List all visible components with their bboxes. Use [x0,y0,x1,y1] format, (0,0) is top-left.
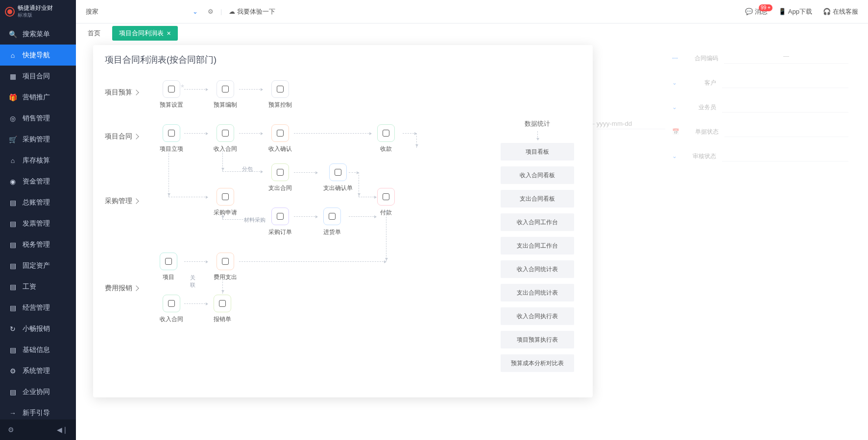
close-icon[interactable]: ✕ [167,30,171,36]
node-budget-set[interactable]: 预算设置 [160,80,183,109]
nav-icon: ▤ [9,220,17,228]
brand: 畅捷通好业财 标准版 [0,0,76,23]
node-expense-out[interactable]: 费用支出 [214,253,237,281]
nav-item-16[interactable]: ⚙系统管理 [0,360,76,381]
node-project[interactable]: 项目 [160,253,177,281]
nav-item-4[interactable]: ◎销售管理 [0,108,76,129]
brand-name: 畅捷通好业财 [18,5,53,11]
flow-arrow [416,133,417,148]
stats-column: 数据统计 项目看板收入合同看板支出合同看板收入合同工作台支出合同工作台收入合同统… [501,119,574,378]
stat-button-6[interactable]: 支出合同统计表 [501,284,574,301]
flow-arrow [169,197,208,197]
nav-icon: ▤ [9,241,17,249]
stat-button-0[interactable]: 项目看板 [501,143,574,161]
stat-button-3[interactable]: 收入合同工作台 [501,213,574,231]
stat-button-8[interactable]: 项目预算执行表 [501,331,574,348]
section-contract[interactable]: 项目合同 [105,132,138,141]
node-budget-ctrl[interactable]: 预算控制 [268,80,292,109]
nav-icon: ↻ [9,325,17,333]
node-income-ct2[interactable]: 收入合同 [160,295,183,324]
node-reimburse[interactable]: 报销单 [214,295,231,324]
brand-edition: 标准版 [18,12,53,19]
stat-button-7[interactable]: 收入合同执行表 [501,307,574,325]
star-icon[interactable]: ★ [180,83,185,89]
account-selector[interactable]: 搜家 ⌄ [86,7,198,16]
stat-button-5[interactable]: 收入合同统计表 [501,260,574,278]
nav-icon: ▤ [9,283,17,291]
nav-item-3[interactable]: 🎁营销推广 [0,87,76,108]
nav-item-14[interactable]: ↻小畅报销 [0,318,76,339]
node-out-ct[interactable]: 支出合同 [268,163,292,192]
flow-arrow [239,89,263,90]
nav-item-0[interactable]: 🔍搜索菜单 [0,23,76,45]
flow-arrow [294,216,317,217]
node-receipt[interactable]: 收款 [377,124,395,153]
gear-icon[interactable]: ⚙ [208,8,214,15]
nav-icon: ⚙ [9,367,17,375]
nav-item-5[interactable]: 🛒采购管理 [0,129,76,150]
nav-item-8[interactable]: ▤总账管理 [0,192,76,213]
nav-item-7[interactable]: ◉资金管理 [0,171,76,192]
tab-profit-table[interactable]: 项目合同利润表✕ [112,26,178,41]
node-proj-setup[interactable]: 项目立项 [160,124,183,153]
node-out-cfm[interactable]: 支出确认单 [323,163,353,192]
try-link[interactable]: ☁ 我要体验一下 [229,7,275,16]
node-goods-in[interactable]: 进货单 [323,208,341,236]
nav-label: 快捷导航 [23,51,50,60]
flow-arrow [184,133,208,134]
nav-item-1[interactable]: ⌂快捷导航 [0,45,76,66]
nav-item-12[interactable]: ▤工资 [0,276,76,297]
quicknav-flow-panel: 项目合同利润表(按合同部门) 项目预算 项目合同 采购管理 费用报销 预算设置 … [93,45,593,397]
stat-button-1[interactable]: 收入合同看板 [501,166,574,184]
nav-label: 税务管理 [23,240,50,249]
node-purch-ord[interactable]: 采购订单 [268,208,292,236]
flow-arrow [169,151,169,197]
nav-label: 基础信息 [23,346,50,354]
nav-item-11[interactable]: ▤固定资产 [0,255,76,276]
nav-item-6[interactable]: ⌂库存核算 [0,150,76,171]
nav-icon: ▦ [9,72,17,80]
flow-arrow [184,261,208,262]
flow-arrow [294,133,371,134]
cloud-icon: ☁ [229,8,235,15]
app-download-link[interactable]: 📱 App下载 [778,7,812,16]
flow-arrow [222,214,223,219]
nav-item-2[interactable]: ▦项目合同 [0,66,76,87]
stat-button-4[interactable]: 支出合同工作台 [501,237,574,255]
nav-label: 发票管理 [23,219,50,228]
settings-icon[interactable]: ⚙ [8,426,14,434]
node-income-ct[interactable]: 收入合同 [214,124,237,153]
nav-icon: ▤ [9,262,17,270]
node-budget-make[interactable]: 预算编制 [214,80,237,109]
messages-link[interactable]: 💬 消息 99 + [745,7,768,16]
collapse-sidebar-icon[interactable]: ◀❘ [57,426,68,434]
flow-arrow [349,172,359,173]
cs-label: 在线客服 [833,7,858,16]
nav-icon: ▤ [9,388,17,396]
nav-label: 小畅报销 [23,324,50,333]
nav-item-17[interactable]: ▤企业协同 [0,381,76,402]
nav-icon: ▤ [9,346,17,354]
customer-service-link[interactable]: 🎧 在线客服 [823,7,858,16]
node-income-cfm[interactable]: 收入确认 [268,124,292,153]
stat-button-9[interactable]: 预算成本分析对比表 [501,354,574,372]
section-budget[interactable]: 项目预算 [105,88,138,97]
sidebar: 畅捷通好业财 标准版 🔍搜索菜单⌂快捷导航▦项目合同🎁营销推广◎销售管理🛒采购管… [0,0,76,440]
nav-item-15[interactable]: ▤基础信息 [0,339,76,360]
messages-badge: 99 + [759,4,772,11]
brand-logo-icon [5,7,15,17]
node-purch-req[interactable]: 采购申请 [214,188,237,217]
section-expense[interactable]: 费用报销 [105,284,138,293]
nav-item-9[interactable]: ▤发票管理 [0,213,76,234]
panel-title: 项目合同利润表(按合同部门) [105,54,581,66]
section-purchase[interactable]: 采购管理 [105,197,138,206]
phone-icon: 📱 [778,8,786,15]
nav-item-10[interactable]: ▤税务管理 [0,234,76,255]
nav-icon: ⌂ [9,157,17,164]
nav-label: 固定资产 [23,261,50,270]
nav-icon: ▤ [9,304,17,312]
stat-button-2[interactable]: 支出合同看板 [501,190,574,208]
nav-item-13[interactable]: ▤经营管理 [0,297,76,318]
tab-home[interactable]: 首页 [81,26,107,41]
flow-arrow [184,89,208,90]
